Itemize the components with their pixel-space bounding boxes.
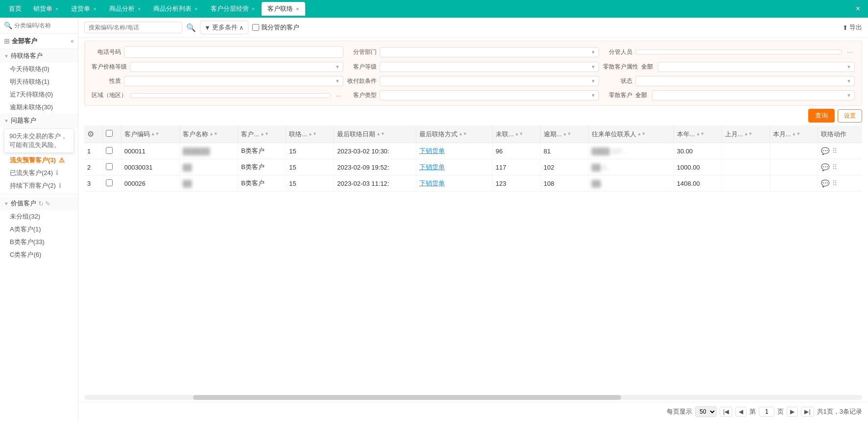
sidebar-search-input[interactable] (14, 22, 78, 29)
query-button[interactable]: 查询 (808, 109, 835, 123)
horizontal-scrollbar[interactable] (84, 395, 862, 400)
more-action-icon[interactable]: ⠿ (832, 163, 837, 171)
sidebar-item-churn-risk[interactable]: 流失预警客户(3) ⚠ (0, 154, 78, 167)
sidebar-item-class-c[interactable]: C类客户(6) (0, 248, 78, 261)
col-header-uncontacted[interactable]: 未联... ▲▼ (492, 125, 540, 143)
more-action-icon[interactable]: ⠿ (832, 179, 837, 187)
settings-gear-icon[interactable]: ⚙ (87, 130, 94, 138)
cell-last-contact-method[interactable]: 下销货单 (416, 175, 492, 192)
retail-customer-label: 零散客户 (603, 91, 632, 99)
contact-method-link[interactable]: 下销货单 (419, 179, 445, 187)
sidebar-item-unsorted[interactable]: 未分组(32) (0, 210, 78, 223)
tab-customer-tier-close[interactable]: × (252, 6, 255, 12)
my-customers-filter[interactable]: 我分管的客户 (252, 23, 299, 32)
contact-method-link[interactable]: 下销货单 (419, 147, 445, 154)
contact-action-icon[interactable]: 💬 (821, 163, 829, 171)
tab-analysis[interactable]: 商品分析 × (103, 2, 146, 16)
col-header-contact[interactable]: 联络... ▲▼ (286, 125, 334, 143)
col-header-last-contact-date[interactable]: 最后联络日期 ▲▼ (334, 125, 416, 143)
sidebar-item-lost[interactable]: 已流失客户(24) ℹ (0, 167, 78, 179)
staff-select[interactable] (635, 50, 842, 54)
per-page-select[interactable]: 50 (695, 406, 717, 417)
retail-customer-select[interactable]: ▼ (652, 90, 855, 100)
sidebar-group-churn[interactable]: ▼ 问题客户 (0, 114, 78, 127)
contact-method-link[interactable]: 下销货单 (419, 163, 445, 171)
area-dots[interactable]: ··· (334, 92, 343, 99)
row-checkbox[interactable] (106, 179, 113, 186)
tab-analysis-close[interactable]: × (138, 6, 141, 12)
row-checkbox[interactable] (106, 163, 113, 170)
cell-last-month (722, 175, 770, 192)
col-header-code[interactable]: 客户编码 ▲▼ (121, 125, 179, 143)
col-header-last-month[interactable]: 上月... ▲▼ (722, 125, 770, 143)
col-header-this-year[interactable]: 本年... ▲▼ (674, 125, 722, 143)
tab-sales[interactable]: 销货单 × (27, 2, 64, 16)
edit-icon[interactable]: ✎ (45, 200, 50, 207)
col-header-unit-contact[interactable]: 往来单位联系人 ▲▼ (588, 125, 674, 143)
col-header-last-contact-method[interactable]: 最后联络方式 ▲▼ (416, 125, 492, 143)
dept-label: 分管部门 (347, 48, 377, 56)
sidebar-item-class-b[interactable]: B类客户(33) (0, 236, 78, 248)
collapse-icon[interactable]: « (71, 38, 74, 45)
select-all-checkbox[interactable] (106, 130, 113, 137)
sidebar-item-tomorrow[interactable]: 明天待联络(1) (0, 75, 78, 88)
area-select[interactable] (130, 93, 331, 98)
tab-customer-contact[interactable]: 客户联络 × (262, 2, 305, 16)
tab-sales-close[interactable]: × (55, 6, 58, 12)
cell-checkbox[interactable] (102, 175, 121, 192)
sidebar-item-declining[interactable]: 持续下滑客户(2) ℹ (0, 179, 78, 192)
last-page-button[interactable]: ▶| (801, 407, 814, 417)
search-input[interactable] (84, 22, 182, 33)
sidebar-group-value[interactable]: ▼ 价值客户 ↻ ✎ (0, 197, 78, 210)
dept-select[interactable]: ▼ (380, 47, 599, 57)
sidebar-item-overdue[interactable]: 逾期未联络(30) (0, 101, 78, 114)
row-checkbox[interactable] (106, 147, 113, 154)
close-all-button[interactable]: × (852, 4, 864, 13)
contact-action-icon[interactable]: 💬 (821, 147, 829, 155)
customer-type-select[interactable]: ▼ (380, 90, 599, 100)
col-header-checkbox[interactable] (102, 125, 121, 143)
next-page-button[interactable]: ▶ (787, 407, 798, 417)
sidebar-item-class-a[interactable]: A类客户(1) (0, 223, 78, 236)
col-header-type[interactable]: 客户... ▲▼ (238, 125, 286, 143)
col-header-overdue[interactable]: 逾期... ▲▼ (540, 125, 588, 143)
search-button[interactable]: 🔍 (186, 23, 196, 32)
settings-button[interactable]: 设置 (838, 109, 862, 123)
cell-checkbox[interactable] (102, 159, 121, 175)
phone-input[interactable] (124, 46, 343, 58)
prev-page-button[interactable]: ◀ (735, 407, 747, 417)
export-button[interactable]: ⬆ 导出 (843, 23, 862, 32)
tab-customer-contact-close[interactable]: × (296, 6, 299, 12)
gender-select[interactable]: ▼ (124, 76, 343, 86)
more-action-icon[interactable]: ⠿ (832, 147, 837, 155)
first-page-button[interactable]: |◀ (720, 407, 732, 417)
tab-customer-tier[interactable]: 客户分层经营 × (205, 2, 261, 16)
col-header-this-month[interactable]: 本月... ▲▼ (770, 125, 818, 143)
sidebar-group-pending[interactable]: ▼ 待联络客户 (0, 49, 78, 63)
customer-level-select[interactable]: ▼ (380, 62, 599, 72)
status-select[interactable]: ▼ (635, 76, 855, 86)
price-level-select[interactable]: ▼ (130, 62, 343, 72)
home-tab[interactable]: 首页 (4, 4, 26, 13)
sidebar-item-today[interactable]: 今天待联络(0) (0, 63, 78, 75)
contact-action-icon[interactable]: 💬 (821, 179, 829, 187)
page-input[interactable] (759, 407, 774, 417)
my-customers-checkbox[interactable] (252, 24, 259, 31)
refresh-icon[interactable]: ↻ (38, 200, 44, 207)
tab-purchase[interactable]: 进货单 × (65, 2, 102, 16)
more-conditions-button[interactable]: ▼ 更多条件 ∧ (200, 21, 248, 34)
tab-analysis-list-close[interactable]: × (194, 6, 197, 12)
scroll-thumb[interactable] (193, 395, 621, 400)
tab-analysis-list[interactable]: 商品分析列表 × (147, 2, 203, 16)
sidebar-item-7days[interactable]: 近7天待联络(0) (0, 88, 78, 101)
retail-attr-select[interactable]: ▼ (658, 62, 855, 72)
col-header-settings[interactable]: ⚙ (84, 125, 102, 143)
payment-select[interactable]: ▼ (380, 76, 599, 86)
cell-checkbox[interactable] (102, 143, 121, 159)
col-header-name[interactable]: 客户名称 ▲▼ (179, 125, 238, 143)
cell-last-contact-method[interactable]: 下销货单 (416, 143, 492, 159)
cell-last-contact-method[interactable]: 下销货单 (416, 159, 492, 175)
all-customers-row[interactable]: ⊞ 全部客户 « (0, 34, 78, 49)
tab-purchase-close[interactable]: × (93, 6, 96, 12)
staff-dots[interactable]: ··· (845, 48, 855, 56)
